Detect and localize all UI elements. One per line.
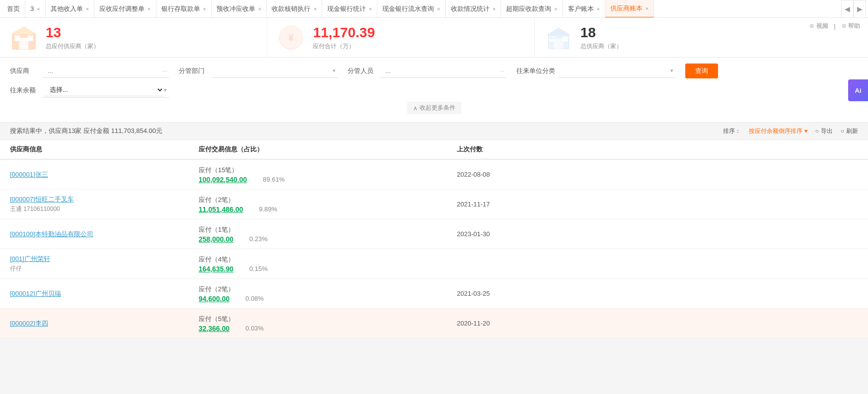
transaction-cell: 应付（4笔） 164,635.90 0.15% (199, 255, 457, 273)
nav-tab-home[interactable]: 首页 (2, 0, 25, 18)
nav-tab-supplier-account[interactable]: 供应商账本 × (605, 0, 654, 18)
transaction-amount-row: 100,092,540.00 89.61% (199, 176, 457, 184)
transaction-label: 应付（15笔） (199, 166, 457, 175)
nav-arrow-left[interactable]: ◀ (841, 0, 854, 18)
nav-tab-payment-verify[interactable]: 收款核销执行 × (267, 0, 322, 18)
nav-tab-bank-deposit[interactable]: 银行存取款单 × (156, 0, 212, 18)
supplier-link[interactable]: [000012]广州贝瑞 (10, 289, 199, 298)
last-payment-cell: 2023-01-30 (457, 230, 858, 238)
person-input[interactable] (382, 65, 500, 76)
supplier-link[interactable]: [000002]李四 (10, 319, 199, 328)
ai-button[interactable]: Ai (848, 79, 868, 101)
supplier-dropdown-icon: ··· (162, 68, 167, 74)
svg-rect-11 (562, 37, 568, 41)
transaction-cell: 应付（15笔） 100,092,540.00 89.61% (199, 166, 457, 184)
transaction-percent: 89.61% (263, 176, 285, 183)
supplier-link[interactable]: [000001]张三 (10, 170, 199, 179)
close-icon[interactable]: × (37, 6, 40, 12)
filter-category: 往来单位分类 ▾ (516, 64, 675, 78)
supplier-link[interactable]: [000100]本特勤油品有限公司 (10, 230, 199, 239)
category-dropdown-icon[interactable]: ▾ (670, 67, 673, 74)
nav-tab-customer-account[interactable]: 客户账本 × (563, 0, 605, 18)
nav-tab-home-label: 首页 (7, 4, 20, 13)
close-icon[interactable]: × (493, 6, 496, 12)
category-input-wrapper[interactable]: ▾ (558, 64, 675, 78)
stat-total-suppliers: 18 总供应商（家） (535, 18, 801, 57)
last-payment-cell: 2022-08-08 (457, 171, 858, 178)
close-icon[interactable]: × (313, 6, 316, 12)
nav-tab-overdue[interactable]: 超期应收款查询 × (501, 0, 563, 18)
export-button[interactable]: ○ 导出 (815, 127, 833, 135)
supplier-link[interactable]: [001]广州荣轩 (10, 255, 199, 263)
result-text: 搜索结果中，供应商13家 应付金额 111,703,854.00元 (10, 127, 162, 135)
close-icon[interactable]: × (258, 6, 261, 12)
stats-bar: 13 总应付供应商（家） ¥ 11,170.39 应付合计（万） (0, 18, 868, 58)
nav-tab-cash-bank-flow[interactable]: 现金银行流水查询 × (377, 0, 445, 18)
refresh-button[interactable]: ○ 刷新 (841, 127, 858, 135)
stat-total-ap-suppliers: 13 总应付供应商（家） (0, 18, 267, 57)
balance-dropdown-icon[interactable]: ▾ (164, 87, 167, 93)
transaction-amount[interactable]: 100,092,540.00 (199, 176, 247, 184)
transaction-amount[interactable]: 94,600.00 (199, 295, 229, 303)
transaction-percent: 0.15% (249, 265, 268, 272)
nav-tab-t3[interactable]: 3 × (25, 0, 46, 18)
col-header-supplier-info: 供应商信息 (10, 145, 199, 154)
balance-filter-label: 往来余额 (10, 86, 40, 95)
nav-tab-ap-adjust[interactable]: 应收应付调整单 × (94, 0, 156, 18)
nav-tab-collection-stat[interactable]: 收款情况统计 × (446, 0, 501, 18)
supplier-link[interactable]: [000007]恒旺二手叉车 (10, 195, 199, 204)
collapse-button[interactable]: ∧ 收起更多条件 (407, 102, 461, 114)
close-icon[interactable]: × (86, 6, 89, 12)
dept-dropdown-icon[interactable]: ▾ (333, 67, 336, 74)
filter-row-1: 供应商 ··· 分管部门 ▾ 分管人员 ··· 往来单位分类 (10, 64, 858, 78)
balance-input-wrapper[interactable]: 选择... ▾ (43, 82, 169, 98)
nav-tab-prepay[interactable]: 预收冲应收单 × (212, 0, 267, 18)
supplier-input-wrapper[interactable]: ··· (43, 64, 169, 78)
close-icon[interactable]: × (597, 6, 600, 12)
close-icon[interactable]: × (203, 6, 206, 12)
close-icon[interactable]: × (646, 5, 649, 11)
nav-tab-cash-bank-stat-label: 现金银行统计 (327, 4, 366, 13)
transaction-amount[interactable]: 32,366.00 (199, 325, 229, 332)
nav-arrow-right[interactable]: ▶ (854, 0, 866, 18)
transaction-amount[interactable]: 258,000.00 (199, 235, 233, 243)
close-icon[interactable]: × (437, 6, 440, 12)
supplier-info-cell: [000100]本特勤油品有限公司 (10, 230, 199, 239)
sort-value[interactable]: 按应付余额倒序排序 ▾ (749, 127, 807, 135)
transaction-label: 应付（2笔） (199, 285, 457, 294)
close-icon[interactable]: × (147, 6, 150, 12)
category-input[interactable] (560, 65, 670, 76)
svg-marker-9 (547, 27, 571, 35)
help-bar: ⊙ 视频 | ⊙ 帮助 (801, 22, 868, 30)
money-icon: ¥ (277, 24, 305, 52)
transaction-amount[interactable]: 11,051,486.00 (199, 205, 243, 213)
dept-input-wrapper[interactable]: ▾ (212, 64, 338, 78)
table-row: [000002]李四 应付（5笔） 32,366.00 0.03% 2020-1… (0, 309, 868, 338)
svg-rect-12 (550, 38, 552, 39)
last-payment-cell: 2020-11-20 (457, 320, 858, 327)
video-link[interactable]: ⊙ 视频 (809, 22, 828, 30)
svg-rect-1 (19, 38, 29, 49)
transaction-amount[interactable]: 164,635.90 (199, 265, 233, 273)
close-icon[interactable]: × (369, 6, 372, 12)
result-bar-right: 排序： 按应付余额倒序排序 ▾ ○ 导出 ○ 刷新 (723, 127, 858, 135)
table-row: [000007]恒旺二手叉车 王通 17106110000 应付（2笔） 11,… (0, 190, 868, 219)
export-icon: ○ (815, 128, 819, 134)
help-link[interactable]: ⊙ 帮助 (842, 22, 860, 30)
nav-tab-supplier-account-label: 供应商账本 (610, 4, 643, 13)
store-icon (545, 24, 573, 52)
nav-tab-other-income[interactable]: 其他收入单 × (46, 0, 94, 18)
stat-ap-suppliers-label: 总应付供应商（家） (46, 42, 99, 51)
dept-input[interactable] (214, 65, 333, 76)
nav-tab-cash-bank-stat[interactable]: 现金银行统计 × (322, 0, 377, 18)
balance-select[interactable]: 选择... (45, 83, 164, 96)
close-icon[interactable]: × (554, 6, 557, 12)
person-input-wrapper[interactable]: ··· (380, 64, 506, 78)
nav-tab-payment-verify-label: 收款核销执行 (272, 4, 310, 13)
separator: | (834, 23, 836, 30)
query-button[interactable]: 查询 (685, 64, 718, 78)
refresh-icon: ○ (841, 128, 844, 134)
filter-row-2: 往来余额 选择... ▾ (10, 82, 858, 98)
supplier-input[interactable] (45, 65, 162, 76)
svg-marker-2 (11, 26, 37, 34)
